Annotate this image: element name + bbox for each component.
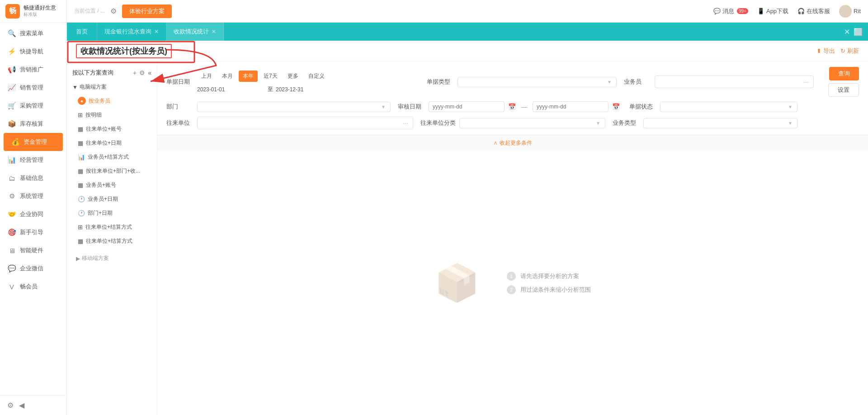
- sidebar-item-system[interactable]: ⚙ 系统管理: [0, 187, 66, 205]
- username: Rit: [854, 8, 861, 14]
- review-date-icon-from[interactable]: 📅: [508, 103, 516, 110]
- logo-icon: 畅: [5, 4, 20, 19]
- settings-bottom-icon[interactable]: ⚙: [7, 401, 14, 410]
- scheme-settings-icon[interactable]: ⚙: [139, 69, 145, 76]
- app-logo: 畅 畅捷通好生意 标准版: [0, 0, 66, 23]
- date-to-input[interactable]: [276, 86, 344, 93]
- sidebar-item-wechat[interactable]: 💬 企业微信: [0, 259, 66, 278]
- sidebar-item-sales[interactable]: 📈 销售管理: [0, 79, 66, 97]
- sales-account-icon: ▦: [78, 182, 83, 189]
- dept-arrow: ▼: [381, 104, 386, 109]
- counterparty-category-arrow: ▼: [596, 121, 600, 126]
- salesperson-filter-item: 业务员 ···: [624, 75, 814, 88]
- hardware-icon: 🖥: [7, 246, 16, 255]
- quicknav-icon: ⚡: [7, 47, 16, 56]
- review-date-from[interactable]: [429, 101, 505, 112]
- review-date-to[interactable]: [533, 101, 609, 112]
- tab-collection[interactable]: 收款情况统计 ✕: [166, 23, 224, 41]
- tab-maximize-icon[interactable]: ⬜: [854, 28, 863, 36]
- wechat-icon: 💬: [7, 264, 16, 273]
- scheme-unit-date[interactable]: ▦ 往来单位+日期: [67, 136, 157, 150]
- scheme-unit-method2[interactable]: ▦ 往来单位+结算方式: [67, 234, 157, 248]
- dept-label: 部门: [166, 103, 193, 111]
- doc-type-select[interactable]: ▼: [458, 77, 617, 87]
- sidebar-item-operation[interactable]: 📊 经营管理: [0, 151, 66, 169]
- scheme-by-detail[interactable]: ⊞ 按明细: [67, 108, 157, 122]
- sidebar-item-guide[interactable]: 🎯 新手引导: [0, 223, 66, 241]
- biz-type-select[interactable]: ▼: [643, 118, 797, 128]
- app-download-action[interactable]: 📱 App下载: [757, 7, 788, 15]
- salesperson-select[interactable]: ···: [655, 75, 814, 88]
- sidebar-item-basic[interactable]: 🗂 基础信息: [0, 169, 66, 187]
- date-from-input[interactable]: [197, 86, 265, 93]
- collapse-bar[interactable]: ∧ 收起更多条件: [157, 135, 868, 151]
- counterparty-select[interactable]: ···: [197, 117, 413, 129]
- query-button[interactable]: 查询: [829, 67, 859, 80]
- add-scheme-icon[interactable]: +: [133, 69, 137, 76]
- sidebar-item-search[interactable]: 🔍 搜索菜单: [0, 24, 66, 42]
- biz-type-label: 业务类型: [613, 119, 640, 127]
- date-btn-7days[interactable]: 近7天: [259, 71, 282, 82]
- date-range-separator: 至: [268, 85, 273, 93]
- sidebar-nav: 🔍 搜索菜单 ⚡ 快捷导航 📢 营销推广 📈 销售管理 🛒 采购管理 📦 库存核…: [0, 23, 66, 395]
- review-date-icon-to[interactable]: 📅: [612, 103, 620, 110]
- tab-close-all-icon[interactable]: ✕: [844, 28, 850, 36]
- scheme-sales-method[interactable]: 📊 业务员+结算方式: [67, 150, 157, 164]
- tabs-right-controls: ✕ ⬜: [844, 28, 868, 36]
- dept-select[interactable]: ▼: [197, 102, 391, 112]
- tab-home[interactable]: 首页: [67, 23, 97, 41]
- scheme-unit-account[interactable]: ▦ 往来单位+账号: [67, 122, 157, 136]
- header-gear-icon[interactable]: ⚙: [110, 7, 117, 15]
- salesperson-dots[interactable]: ···: [803, 78, 809, 85]
- mobile-scheme-group: ▶ 移动端方案: [67, 252, 157, 269]
- counterparty-category-select[interactable]: ▼: [459, 118, 605, 128]
- sidebar-item-hardware[interactable]: 🖥 智能硬件: [0, 241, 66, 259]
- unit-method2-icon: ▦: [78, 238, 83, 245]
- counterparty-dots[interactable]: ···: [403, 119, 408, 127]
- logo-badge: 标准版: [24, 11, 56, 18]
- sidebar-item-quicknav[interactable]: ⚡ 快捷导航: [0, 42, 66, 61]
- tab-collection-close[interactable]: ✕: [212, 28, 216, 35]
- date-btn-this-month[interactable]: 本月: [218, 71, 237, 82]
- empty-state: 📦 1 请先选择要分析的方案 2 用过滤条件来缩小分析范围: [157, 151, 868, 415]
- date-btn-this-year[interactable]: 本年: [239, 71, 258, 82]
- sidebar-item-purchase[interactable]: 🛒 采购管理: [0, 97, 66, 115]
- counterparty-category-label: 往来单位分类: [420, 119, 456, 127]
- sidebar-item-finance[interactable]: 💰 资金管理: [4, 133, 63, 151]
- panel-collapse-icon[interactable]: «: [148, 69, 151, 76]
- counterparty-label: 往来单位: [166, 119, 193, 127]
- unit-method1-icon: ⊞: [78, 224, 83, 231]
- export-button[interactable]: ⬆ 导出: [816, 47, 835, 55]
- trial-button[interactable]: 体验行业方案: [122, 5, 172, 18]
- collapse-sidebar-icon[interactable]: ◀: [19, 401, 24, 410]
- scheme-sales-account[interactable]: ▦ 业务员+账号: [67, 178, 157, 192]
- date-btn-more[interactable]: 更多: [283, 71, 302, 82]
- export-label: 导出: [823, 47, 835, 55]
- sidebar-item-marketing[interactable]: 📢 营销推广: [0, 61, 66, 79]
- marketing-icon: 📢: [7, 65, 16, 74]
- tab-bank[interactable]: 现金银行流水查询 ✕: [97, 23, 166, 41]
- sidebar-item-corp[interactable]: 🤝 企业协同: [0, 205, 66, 223]
- doc-status-select[interactable]: ▼: [660, 102, 797, 112]
- date-btn-last-month[interactable]: 上月: [197, 71, 216, 82]
- refresh-label: 刷新: [847, 47, 859, 55]
- date-btn-custom[interactable]: 自定义: [304, 71, 329, 82]
- user-info[interactable]: Rit: [839, 5, 861, 18]
- filter-row-1: 单据日期 上月 本月 本年 近7天 更多 自定义: [166, 67, 859, 97]
- settings-button[interactable]: 设置: [828, 83, 859, 97]
- scheme-dept-date[interactable]: 🕐 部门+日期: [67, 206, 157, 220]
- refresh-button[interactable]: ↻ 刷新: [840, 47, 859, 55]
- scheme-unit-method1[interactable]: ⊞ 往来单位+结算方式: [67, 220, 157, 234]
- sidebar-item-vip[interactable]: V 畅会员: [0, 278, 66, 296]
- notification-action[interactable]: 💬 消息 99+: [713, 7, 748, 15]
- online-service-action[interactable]: 🎧 在线客服: [797, 7, 830, 15]
- page-actions: ⬆ 导出 ↻ 刷新: [816, 47, 859, 55]
- sidebar-item-inventory[interactable]: 📦 库存核算: [0, 115, 66, 133]
- tab-bank-close[interactable]: ✕: [154, 28, 159, 35]
- scheme-by-salesperson[interactable]: ● 按业务员: [67, 94, 157, 108]
- scheme-unit-dept[interactable]: ▦ 按往来单位+部门+收...: [67, 164, 157, 178]
- mobile-group-title[interactable]: ▶ 移动端方案: [67, 252, 157, 265]
- sidebar-item-label: 采购管理: [20, 102, 43, 110]
- desktop-group-title[interactable]: ▼ 电脑端方案: [67, 80, 157, 94]
- scheme-sales-date[interactable]: 🕐 业务员+日期: [67, 192, 157, 206]
